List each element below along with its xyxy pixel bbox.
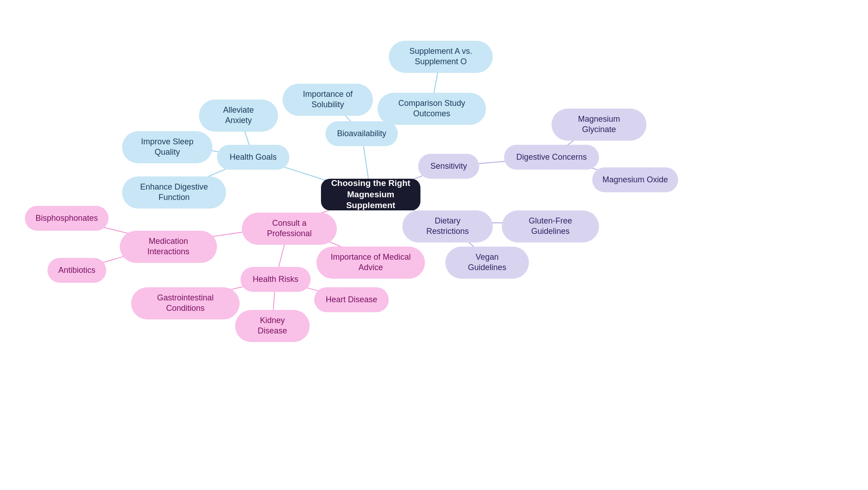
node-comparison-study[interactable]: Comparison Study Outcomes — [377, 93, 486, 125]
node-medication-interactions[interactable]: Medication Interactions — [120, 231, 217, 263]
center-node: Choosing the Right Magnesium Supplement — [321, 179, 420, 210]
node-antibiotics[interactable]: Antibiotics — [47, 258, 106, 283]
node-digestive-concerns[interactable]: Digestive Concerns — [504, 145, 599, 170]
node-consult-professional[interactable]: Consult a Professional — [242, 213, 337, 245]
node-health-goals[interactable]: Health Goals — [217, 145, 289, 170]
node-health-risks[interactable]: Health Risks — [241, 267, 311, 292]
node-importance-solubility[interactable]: Importance of Solubility — [283, 84, 373, 116]
mind-map-container: Choosing the Right Magnesium SupplementH… — [0, 0, 868, 490]
node-improve-sleep[interactable]: Improve Sleep Quality — [122, 131, 212, 163]
node-dietary-restrictions[interactable]: Dietary Restrictions — [402, 210, 493, 243]
node-magnesium-oxide[interactable]: Magnesium Oxide — [592, 167, 678, 192]
node-importance-medical[interactable]: Importance of Medical Advice — [316, 247, 425, 279]
node-kidney-disease[interactable]: Kidney Disease — [235, 310, 310, 342]
node-enhance-digestive[interactable]: Enhance Digestive Function — [122, 176, 226, 209]
node-gluten-free[interactable]: Gluten-Free Guidelines — [502, 210, 599, 243]
node-sensitivity[interactable]: Sensitivity — [418, 154, 479, 179]
node-heart-disease[interactable]: Heart Disease — [314, 287, 389, 312]
node-alleviate-anxiety[interactable]: Alleviate Anxiety — [199, 100, 278, 132]
node-bisphosphonates[interactable]: Bisphosphonates — [25, 206, 108, 231]
node-magnesium-glycinate[interactable]: Magnesium Glycinate — [552, 109, 646, 141]
node-vegan-guidelines[interactable]: Vegan Guidelines — [445, 247, 529, 279]
node-bioavailability[interactable]: Bioavailability — [326, 121, 398, 146]
node-gastrointestinal[interactable]: Gastrointestinal Conditions — [131, 287, 240, 319]
node-supplement-ab[interactable]: Supplement A vs. Supplement O — [389, 41, 493, 73]
